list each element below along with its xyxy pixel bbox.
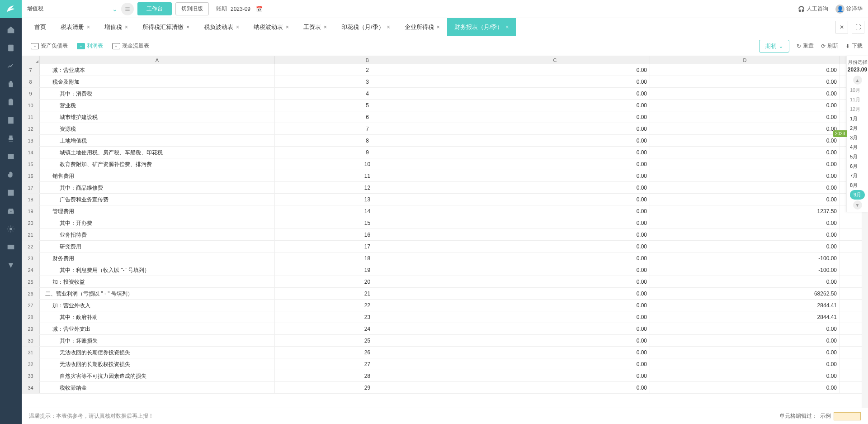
cell[interactable]: 26 — [275, 347, 460, 358]
cell[interactable]: 税金及附加 — [40, 76, 275, 87]
row-number[interactable]: 29 — [22, 323, 40, 334]
download-button[interactable]: ⬇下载 — [845, 42, 863, 50]
cell[interactable]: 0.00 — [460, 382, 650, 393]
close-icon[interactable]: × — [186, 24, 189, 30]
cell[interactable]: 0.00 — [650, 335, 840, 346]
cell[interactable]: 其中：商品维修费 — [40, 182, 275, 193]
cell[interactable]: 8 — [275, 135, 460, 146]
subtab-cashflow[interactable]: ≡ 现金流量表 — [108, 39, 153, 52]
tab-item[interactable]: 首页 — [27, 18, 53, 36]
cell[interactable]: 68262.50 — [650, 288, 840, 299]
cell[interactable]: 研究费用 — [40, 241, 275, 252]
cell[interactable]: 6 — [275, 111, 460, 123]
cell[interactable]: 0.00 — [650, 170, 840, 181]
cell[interactable]: 0.00 — [650, 147, 840, 158]
cell[interactable]: 2844.41 — [650, 311, 840, 323]
cell[interactable]: 0.00 — [460, 217, 650, 229]
cell[interactable]: 9 — [275, 147, 460, 158]
cell[interactable]: 0.00 — [650, 276, 840, 287]
cell[interactable]: 25 — [275, 335, 460, 346]
calendar-icon[interactable]: 📅 — [256, 6, 263, 12]
cell[interactable]: 0.00 — [650, 194, 840, 205]
col-header-a[interactable]: A — [40, 56, 275, 64]
cell[interactable]: 3 — [275, 76, 460, 87]
switch-old-button[interactable]: 切到旧版 — [175, 2, 209, 15]
cell[interactable]: 加：营业外收入 — [40, 300, 275, 311]
month-item[interactable]: 6月 — [850, 162, 865, 171]
cell[interactable]: 城镇土地使用税、房产税、车船税、印花税 — [40, 147, 275, 158]
image-icon[interactable] — [6, 152, 15, 161]
row-number[interactable]: 18 — [22, 194, 40, 205]
user-menu[interactable]: 👤 徐泽华 — [835, 5, 863, 14]
cell[interactable]: 0.00 — [650, 123, 840, 134]
row-number[interactable]: 11 — [22, 111, 40, 123]
row-number[interactable]: 32 — [22, 358, 40, 370]
month-next-icon[interactable]: ▼ — [853, 200, 862, 210]
subtab-profit[interactable]: ≡ 利润表 — [73, 39, 107, 52]
cell[interactable]: 0.00 — [650, 100, 840, 111]
tab-item[interactable]: 增值税× — [97, 18, 135, 36]
close-all-icon[interactable]: ✕ — [835, 21, 848, 33]
cell[interactable]: 0.00 — [460, 323, 650, 334]
cell[interactable]: 17 — [275, 241, 460, 252]
row-number[interactable]: 7 — [22, 64, 40, 76]
cell[interactable]: 0.00 — [650, 323, 840, 334]
cell[interactable]: 0.00 — [650, 135, 840, 146]
cell[interactable]: 0.00 — [460, 111, 650, 123]
cell[interactable]: 教育费附加、矿产资源补偿费、排污费 — [40, 158, 275, 170]
close-icon[interactable]: × — [505, 24, 509, 30]
cell[interactable]: 0.00 — [650, 88, 840, 99]
row-number[interactable]: 20 — [22, 217, 40, 229]
cell[interactable]: 11 — [275, 170, 460, 181]
cell[interactable]: 0.00 — [460, 370, 650, 381]
cell[interactable]: 0.00 — [650, 64, 840, 76]
fullscreen-icon[interactable]: ⛶ — [852, 21, 864, 33]
video-icon[interactable] — [6, 243, 15, 252]
doc-icon[interactable] — [6, 43, 15, 52]
cell[interactable]: 0.00 — [650, 382, 840, 393]
month-item[interactable]: 9月 — [850, 190, 865, 200]
cell[interactable]: 0.00 — [650, 217, 840, 229]
row-number[interactable]: 27 — [22, 300, 40, 311]
month-item[interactable]: 2月 — [850, 124, 865, 133]
cell[interactable]: 29 — [275, 382, 460, 393]
row-number[interactable]: 28 — [22, 311, 40, 323]
cell[interactable]: 20 — [275, 276, 460, 287]
row-number[interactable]: 12 — [22, 123, 40, 134]
row-number[interactable]: 13 — [22, 135, 40, 146]
cell[interactable]: 0.00 — [650, 158, 840, 170]
row-number[interactable]: 25 — [22, 276, 40, 287]
cell[interactable]: 0.00 — [650, 229, 840, 240]
cell[interactable]: 业务招待费 — [40, 229, 275, 240]
cell[interactable]: 0.00 — [460, 252, 650, 264]
cell[interactable]: -100.00 — [650, 264, 840, 276]
cell[interactable]: 7 — [275, 123, 460, 134]
close-icon[interactable]: × — [236, 24, 239, 30]
cell[interactable]: 0.00 — [650, 370, 840, 381]
cell[interactable]: 27 — [275, 358, 460, 370]
cell[interactable]: 0.00 — [460, 123, 650, 134]
gear-icon[interactable] — [6, 224, 15, 233]
cell[interactable]: 15 — [275, 217, 460, 229]
col-header-b[interactable]: B — [275, 56, 460, 64]
cell[interactable]: 0.00 — [460, 335, 650, 346]
cell[interactable]: 0.00 — [460, 100, 650, 111]
cell[interactable]: 其中：利息费用（收入以 "-" 号填列） — [40, 264, 275, 276]
row-number[interactable]: 9 — [22, 88, 40, 99]
inbox-icon[interactable] — [6, 206, 15, 215]
cell[interactable]: 19 — [275, 264, 460, 276]
cell[interactable]: 0.00 — [650, 76, 840, 87]
row-number[interactable]: 30 — [22, 335, 40, 346]
close-icon[interactable]: × — [125, 24, 128, 30]
cell[interactable]: 其中：政府补助 — [40, 311, 275, 323]
tax-type-dropdown[interactable]: 增值税 ⌄ — [27, 5, 118, 13]
cell[interactable]: 1237.50 — [650, 205, 840, 217]
cell[interactable]: 二、营业利润（亏损以 " - " 号填列） — [40, 288, 275, 299]
cell[interactable]: 10 — [275, 158, 460, 170]
cell[interactable]: 加：投资收益 — [40, 276, 275, 287]
cell[interactable]: 12 — [275, 182, 460, 193]
cell[interactable]: 0.00 — [650, 347, 840, 358]
period-init-button[interactable]: 期初 ⌄ — [759, 40, 789, 52]
close-icon[interactable]: × — [387, 24, 390, 30]
row-number[interactable]: 26 — [22, 288, 40, 299]
